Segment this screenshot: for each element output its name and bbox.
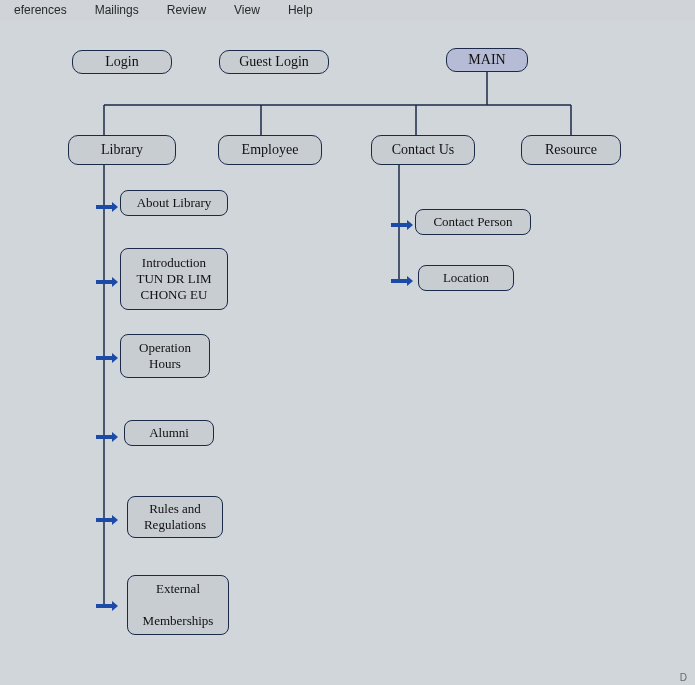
svg-marker-11 (112, 277, 118, 287)
node-introduction: Introduction TUN DR LIM CHONG EU (120, 248, 228, 310)
footer-page-mark: D (680, 672, 687, 683)
arrow-right-icon (96, 352, 118, 364)
svg-marker-17 (112, 515, 118, 525)
ribbon-tab-view[interactable]: View (220, 3, 274, 17)
svg-marker-19 (112, 601, 118, 611)
node-contact-us: Contact Us (371, 135, 475, 165)
svg-marker-21 (407, 220, 413, 230)
node-library: Library (68, 135, 176, 165)
ribbon-tab-references[interactable]: eferences (0, 3, 81, 17)
svg-marker-23 (407, 276, 413, 286)
node-operation-hours: Operation Hours (120, 334, 210, 378)
node-guest-login: Guest Login (219, 50, 329, 74)
node-login: Login (72, 50, 172, 74)
svg-marker-9 (112, 202, 118, 212)
svg-marker-15 (112, 432, 118, 442)
ribbon-tab-mailings[interactable]: Mailings (81, 3, 153, 17)
arrow-right-icon (96, 431, 118, 443)
node-resource: Resource (521, 135, 621, 165)
node-contact-person: Contact Person (415, 209, 531, 235)
ribbon-tabs: eferences Mailings Review View Help (0, 0, 695, 20)
arrow-right-icon (96, 201, 118, 213)
document-canvas: Login Guest Login MAIN Library Employee … (0, 20, 695, 685)
node-external-memberships: External Memberships (127, 575, 229, 635)
ribbon-tab-help[interactable]: Help (274, 3, 327, 17)
arrow-right-icon (96, 514, 118, 526)
connector-lines (0, 20, 695, 685)
arrow-right-icon (96, 600, 118, 612)
node-main: MAIN (446, 48, 528, 72)
node-location: Location (418, 265, 514, 291)
arrow-right-icon (391, 219, 413, 231)
svg-marker-13 (112, 353, 118, 363)
arrow-right-icon (96, 276, 118, 288)
arrow-right-icon (391, 275, 413, 287)
ribbon-tab-review[interactable]: Review (153, 3, 220, 17)
node-employee: Employee (218, 135, 322, 165)
node-alumni: Alumni (124, 420, 214, 446)
node-rules-regulations: Rules and Regulations (127, 496, 223, 538)
node-about-library: About Library (120, 190, 228, 216)
